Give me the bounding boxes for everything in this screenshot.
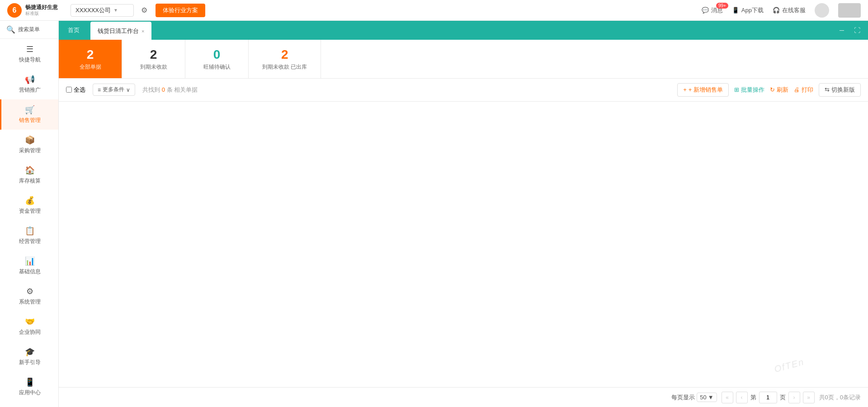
refresh-btn[interactable]: ↻ 刷新 bbox=[770, 86, 788, 94]
company-dropdown-arrow: ▼ bbox=[113, 8, 118, 13]
refresh-icon: ↻ bbox=[770, 86, 775, 93]
switch-version-btn[interactable]: ⇆ 切换新版 bbox=[819, 83, 861, 97]
sidebar-item-wechat[interactable]: 💬 企业微信 bbox=[0, 402, 58, 407]
avatar2[interactable] bbox=[838, 3, 861, 18]
total-text: 共0页，0条记录 bbox=[819, 393, 861, 402]
message-item[interactable]: 💬 消息 99+ bbox=[702, 6, 723, 14]
experience-btn[interactable]: 体验行业方案 bbox=[156, 4, 205, 17]
finance-icon: 💰 bbox=[25, 196, 35, 206]
download-icon: 📱 bbox=[732, 7, 739, 14]
basic-icon: 📊 bbox=[25, 256, 35, 266]
sidebar-label-finance: 资金管理 bbox=[19, 207, 41, 215]
sidebar-item-cooperation[interactable]: 🤝 企业协同 bbox=[0, 311, 58, 342]
app-download-label: App下载 bbox=[741, 6, 764, 14]
stat-card-wangfu[interactable]: 0 旺辅待确认 bbox=[185, 40, 249, 78]
stat-count-overdue: 2 bbox=[136, 47, 171, 62]
sidebar-label-appstore: 应用中心 bbox=[19, 389, 41, 397]
system-icon: ⚙ bbox=[26, 286, 33, 296]
app-download-item[interactable]: 📱 App下载 bbox=[732, 6, 764, 14]
table-area bbox=[59, 102, 868, 387]
select-all-input[interactable] bbox=[66, 87, 72, 93]
sidebar-label-inventory: 库存核算 bbox=[19, 177, 41, 185]
stat-card-overdue[interactable]: 2 到期未收款 bbox=[122, 40, 185, 78]
per-page-dropdown[interactable]: 50 ▼ bbox=[697, 393, 717, 402]
main-layout: 🔍 搜索菜单 ☰ 快捷导航 📢 营销推广 🛒 销售管理 📦 采购管理 🏠 库存核… bbox=[0, 21, 868, 407]
per-page-label: 每页显示 bbox=[671, 393, 695, 402]
tab-active[interactable]: 钱货日清工作台 × bbox=[90, 22, 151, 41]
tab-maximize-btn[interactable]: ⛶ bbox=[851, 24, 863, 37]
app-name-main: 畅捷通好生意 bbox=[25, 4, 58, 10]
sidebar-item-marketing[interactable]: 📢 营销推广 bbox=[0, 69, 58, 99]
logo-area: 6 畅捷通好生意 标准版 bbox=[7, 3, 66, 18]
print-label: 打印 bbox=[802, 86, 813, 94]
sidebar-label-operation: 经营管理 bbox=[19, 238, 41, 245]
new-sale-btn[interactable]: + + 新增销售单 bbox=[677, 83, 729, 97]
sidebar-item-finance[interactable]: 💰 资金管理 bbox=[0, 190, 58, 220]
pagination-bar: 每页显示 50 ▼ « ‹ 第 页 › » 共0页，0条记录 bbox=[59, 387, 868, 407]
sidebar-item-basic[interactable]: 📊 基础信息 bbox=[0, 251, 58, 281]
toolbar-right: + + 新增销售单 ⊞ 批量操作 ↻ 刷新 🖨 打印 bbox=[677, 83, 861, 97]
stat-label-shipped: 到期未收款 已出库 bbox=[262, 63, 307, 71]
tab-home[interactable]: 首页 bbox=[59, 21, 89, 40]
batch-op-icon: ⊞ bbox=[734, 86, 739, 93]
toolbar: 全选 ≡ 更多条件 ∨ 共找到 0 条 相关单据 + + 新增销售单 bbox=[59, 79, 868, 102]
search-menu[interactable]: 🔍 搜索菜单 bbox=[0, 21, 58, 39]
nav-icon: ☰ bbox=[26, 44, 33, 54]
tab-close-btn[interactable]: × bbox=[142, 28, 144, 34]
print-btn[interactable]: 🖨 打印 bbox=[794, 86, 813, 94]
sidebar-item-purchase[interactable]: 📦 采购管理 bbox=[0, 130, 58, 160]
switch-icon: ⇆ bbox=[825, 86, 830, 93]
stat-card-shipped[interactable]: 2 到期未收款 已出库 bbox=[249, 40, 321, 78]
new-sale-label: + 新增销售单 bbox=[689, 86, 723, 94]
sidebar-label-sales: 销售管理 bbox=[19, 117, 41, 124]
sidebar-label-system: 系统管理 bbox=[19, 298, 41, 306]
sidebar-item-sales[interactable]: 🛒 销售管理 bbox=[0, 99, 58, 130]
new-sale-icon: + bbox=[683, 86, 687, 93]
select-all-checkbox[interactable]: 全选 bbox=[66, 86, 85, 94]
per-page-value: 50 bbox=[700, 394, 706, 401]
sidebar-item-system[interactable]: ⚙ 系统管理 bbox=[0, 281, 58, 311]
stat-count-all: 2 bbox=[72, 47, 108, 62]
page-input[interactable] bbox=[759, 392, 777, 403]
page-label: 第 bbox=[750, 393, 756, 402]
sidebar-label-marketing: 营销推广 bbox=[19, 86, 41, 94]
batch-op-btn[interactable]: ⊞ 批量操作 bbox=[734, 86, 764, 94]
header-right: 💬 消息 99+ 📱 App下载 🎧 在线客服 bbox=[702, 3, 861, 18]
logo-icon: 6 bbox=[7, 3, 22, 18]
refresh-label: 刷新 bbox=[777, 86, 788, 94]
page-nav: « ‹ 第 页 › » bbox=[722, 392, 815, 403]
print-icon: 🖨 bbox=[794, 86, 800, 93]
stat-label-wangfu: 旺辅待确认 bbox=[199, 63, 235, 71]
operation-icon: 📋 bbox=[25, 226, 35, 236]
avatar[interactable] bbox=[815, 3, 829, 18]
search-menu-label: 搜索菜单 bbox=[18, 26, 40, 33]
appstore-icon: 📱 bbox=[25, 377, 35, 387]
service-icon: 🎧 bbox=[773, 7, 780, 14]
stat-card-all[interactable]: 2 全部单据 bbox=[59, 40, 122, 78]
sidebar-item-nav[interactable]: ☰ 快捷导航 bbox=[0, 39, 58, 69]
page-content: 2 全部单据 2 到期未收款 0 旺辅待确认 2 到期未收款 已出库 bbox=[59, 40, 868, 407]
content-area: 首页 钱货日清工作台 × ─ ⛶ 2 全部单据 2 到期未收款 bbox=[59, 21, 868, 407]
sidebar-label-purchase: 采购管理 bbox=[19, 147, 41, 154]
company-selector[interactable]: XXXXXX公司 ▼ bbox=[71, 4, 134, 17]
tab-bar: 首页 钱货日清工作台 × ─ ⛶ bbox=[59, 21, 868, 40]
filter-icon: ≡ bbox=[98, 87, 101, 93]
sidebar-item-operation[interactable]: 📋 经营管理 bbox=[0, 220, 58, 251]
guide-icon: 🎓 bbox=[25, 347, 35, 357]
sidebar-item-inventory[interactable]: 🏠 库存核算 bbox=[0, 160, 58, 190]
tab-minimize-btn[interactable]: ─ bbox=[835, 24, 848, 37]
page-last-btn[interactable]: » bbox=[803, 392, 815, 403]
purchase-icon: 📦 bbox=[25, 135, 35, 145]
sidebar-item-appstore[interactable]: 📱 应用中心 bbox=[0, 372, 58, 402]
per-page-select: 每页显示 50 ▼ bbox=[671, 393, 717, 402]
page-next-btn[interactable]: › bbox=[788, 392, 800, 403]
online-service-item[interactable]: 🎧 在线客服 bbox=[773, 6, 806, 14]
stats-row: 2 全部单据 2 到期未收款 0 旺辅待确认 2 到期未收款 已出库 bbox=[59, 40, 868, 79]
settings-icon[interactable]: ⚙ bbox=[137, 4, 151, 17]
page-first-btn[interactable]: « bbox=[722, 392, 733, 403]
sidebar-item-guide[interactable]: 🎓 新手引导 bbox=[0, 342, 58, 372]
more-filter-btn[interactable]: ≡ 更多条件 ∨ bbox=[93, 84, 135, 96]
page-prev-btn[interactable]: ‹ bbox=[736, 392, 748, 403]
stat-count-shipped: 2 bbox=[262, 47, 307, 62]
sidebar-label-basic: 基础信息 bbox=[19, 268, 41, 276]
